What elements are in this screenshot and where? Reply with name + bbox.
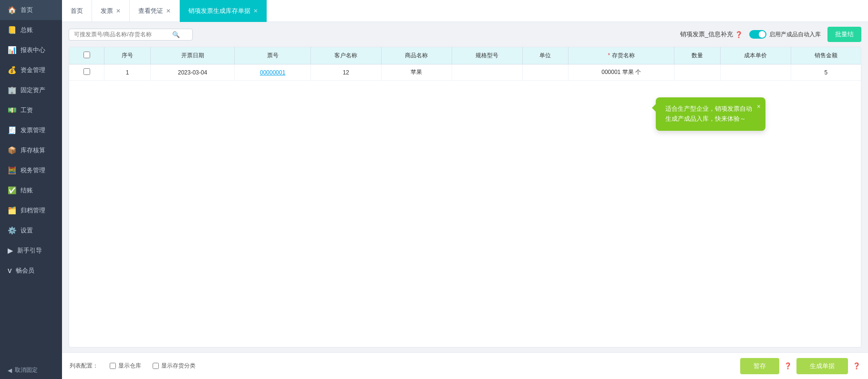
sidebar-item-member[interactable]: V 畅会员 [0,261,62,281]
sidebar-item-inventory[interactable]: 📦 库存核算 [0,140,62,160]
assets-icon: 🏢 [8,86,17,95]
toolbar-row: 🔍 销项发票_信息补充 ❓ 启用产成品自动入库 批量结 [69,27,861,42]
sidebar-item-report[interactable]: 📊 报表中心 [0,40,62,60]
search-input[interactable] [74,31,169,38]
td-open-date: 2023-03-04 [150,64,235,81]
sidebar-item-salary[interactable]: 💵 工资 [0,100,62,120]
list-config-label: 列表配置： [70,362,98,370]
guide-icon: ▶ [8,246,13,255]
tax-icon: 🧮 [8,166,17,175]
th-inventory: * 存货名称 [568,47,674,64]
generate-help-icon[interactable]: ❓ [853,362,860,369]
toggle-wrap: 启用产成品自动入库 [749,30,821,39]
toggle-label: 启用产成品自动入库 [769,31,821,39]
td-cost-price [720,64,791,81]
ledger-icon: 📒 [8,26,17,34]
batch-button[interactable]: 批量结 [827,27,861,42]
finance-icon: 💰 [8,66,17,74]
show-warehouse-input[interactable] [110,363,116,369]
sidebar-item-assets[interactable]: 🏢 固定资产 [0,80,62,100]
td-unit [522,64,568,81]
bottom-actions: 暂存 ❓ 生成单据 ❓ [740,358,860,374]
th-customer: 客户名称 [310,47,381,64]
page-content: 🔍 销项发票_信息补充 ❓ 启用产成品自动入库 批量结 [62,22,868,352]
search-bar[interactable]: 🔍 [69,29,193,41]
td-qty [674,64,720,81]
sidebar-item-settings[interactable]: ⚙️ 设置 [0,221,62,241]
show-warehouse-checkbox[interactable]: 显示仓库 [110,362,141,370]
checkout-icon: ✅ [8,186,17,195]
sidebar-item-home[interactable]: 🏠 首页 [0,0,62,20]
tab-bar: 首页 发票 ✕ 查看凭证 ✕ 销项发票生成库存单据 ✕ [62,0,868,22]
th-spec: 规格型号 [452,47,522,64]
th-cost-price: 成本单价 [720,47,791,64]
th-seq: 序号 [104,47,150,64]
toolbar-right: 销项发票_信息补充 ❓ 启用产成品自动入库 批量结 [680,27,861,42]
auto-warehouse-toggle[interactable] [749,30,766,39]
td-inventory: 000001 苹果 个 [568,64,674,81]
tab-home[interactable]: 首页 [62,0,92,22]
show-inventory-category-input[interactable] [153,363,159,369]
generate-button[interactable]: 生成单据 [796,358,848,374]
sidebar-item-finance[interactable]: 💰 资金管理 [0,60,62,80]
tooltip-text: 适合生产型企业，销项发票自动生成产成品入库，快来体验～ [665,105,752,122]
tab-generate-inventory[interactable]: 销项发票生成库存单据 ✕ [180,0,267,22]
td-checkbox [69,64,104,81]
bottom-bar: 列表配置： 显示仓库 显示存货分类 暂存 ❓ 生成单据 ❓ [62,352,868,379]
info-label: 销项发票_信息补充 ❓ [680,30,743,39]
undo-icon: ◀ [8,367,12,374]
tooltip-close-icon[interactable]: × [757,101,761,112]
salary-icon: 💵 [8,106,17,115]
settings-icon: ⚙️ [8,226,17,235]
home-icon: 🏠 [8,6,17,14]
member-icon: V [8,267,12,274]
archive-icon: 🗂️ [8,206,17,215]
search-icon[interactable]: 🔍 [172,31,180,38]
report-icon: 📊 [8,46,17,54]
tab-generate-inventory-close[interactable]: ✕ [253,8,258,14]
th-product: 商品名称 [381,47,452,64]
th-qty: 数量 [674,47,720,64]
table-row: 1 2023-03-04 00000001 12 苹果 [69,64,861,81]
td-ticket-no[interactable]: 00000001 [235,64,310,81]
save-help-icon[interactable]: ❓ [784,362,792,369]
tab-invoice[interactable]: 发票 ✕ [92,0,130,22]
th-open-date: 开票日期 [150,47,235,64]
th-ticket-no: 票号 [235,47,310,64]
sidebar-item-archive[interactable]: 🗂️ 归档管理 [0,200,62,221]
ticket-no-link[interactable]: 00000001 [260,69,285,76]
show-inventory-category-checkbox[interactable]: 显示存货分类 [153,362,196,370]
sidebar: 🏠 首页 📒 总账 📊 报表中心 💰 资金管理 🏢 固定资产 💵 工资 🧾 发票… [0,0,62,379]
td-product: 苹果 [381,64,452,81]
row-checkbox[interactable] [83,68,90,75]
table-wrap: 序号 开票日期 票号 客户名称 商品名称 [69,47,861,347]
sidebar-item-checkout[interactable]: ✅ 结账 [0,180,62,200]
select-all-checkbox[interactable] [83,52,90,58]
sidebar-item-guide[interactable]: ▶ 新手引导 [0,241,62,261]
sidebar-item-invoice[interactable]: 🧾 发票管理 [0,120,62,140]
main-area: 首页 发票 ✕ 查看凭证 ✕ 销项发票生成库存单据 ✕ 🔍 销项发票_信息补充 … [62,0,868,379]
inventory-icon: 📦 [8,146,17,155]
tab-invoice-close[interactable]: ✕ [116,8,121,14]
invoice-icon: 🧾 [8,126,17,135]
tooltip-popup: × 适合生产型企业，销项发票自动生成产成品入库，快来体验～ [656,97,765,131]
td-spec [452,64,522,81]
tab-voucher-close[interactable]: ✕ [166,8,171,14]
td-seq: 1 [104,64,150,81]
td-customer: 12 [310,64,381,81]
th-sales-amount: 销售金额 [791,47,861,64]
td-sales-amount: 5 [791,64,861,81]
th-unit: 单位 [522,47,568,64]
th-checkbox [69,47,104,64]
sidebar-item-ledger[interactable]: 📒 总账 [0,20,62,40]
sidebar-item-tax[interactable]: 🧮 税务管理 [0,160,62,180]
info-help-icon[interactable]: ❓ [735,31,743,38]
undo-fixed[interactable]: ◀ 取消固定 [0,361,62,379]
tab-voucher[interactable]: 查看凭证 ✕ [130,0,180,22]
save-button[interactable]: 暂存 [740,358,779,374]
table-header-row: 序号 开票日期 票号 客户名称 商品名称 [69,47,861,64]
data-table: 序号 开票日期 票号 客户名称 商品名称 [69,47,861,81]
